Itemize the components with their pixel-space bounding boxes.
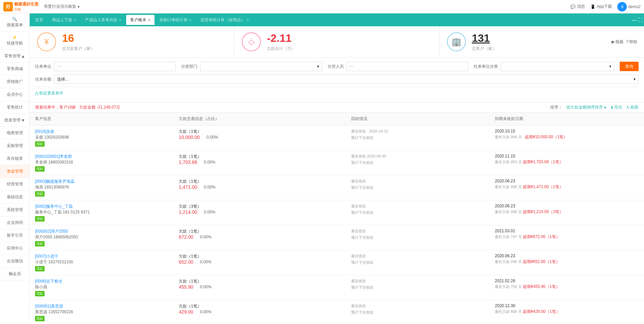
customer-name[interactable]: [000002]用户2050 — [35, 229, 179, 234]
refresh-button[interactable]: ↻ 刷新 — [626, 105, 639, 110]
tab-product-shelf-close[interactable]: ✕ — [74, 18, 76, 22]
manager-input[interactable]: ··· — [346, 62, 468, 71]
sidebar-search[interactable]: 🔍 搜索菜单 — [0, 13, 29, 32]
sidebar-item-ecommerce[interactable]: 电商管理 — [0, 127, 29, 140]
maximize-icon[interactable]: ⛶ — [638, 17, 643, 23]
customer-info-col: [0003]畅捷服务尹海蕊 海燕 18513066976 现款 — [35, 179, 179, 197]
sidebar-item-quick-nav[interactable]: ⚡ 快捷导航 — [0, 32, 29, 50]
recovery-col: 最近收款 预计下次收款 — [351, 254, 495, 265]
due-overdue-amount[interactable]: 超期¥652.00（1笔） — [523, 259, 560, 264]
sidebar-item-member[interactable]: 会员中心 — [0, 88, 29, 101]
dept-select[interactable]: ▾ — [200, 62, 322, 71]
due-date: 2020.06.23 — [495, 254, 639, 258]
sort-chevron-icon: ▾ — [604, 105, 606, 110]
sidebar-item-retail-mall[interactable]: 零售商城 — [0, 63, 29, 76]
collapse-btn[interactable]: ⋀ 收起更多条件 — [35, 88, 639, 98]
tab-purchase-stats-close[interactable]: ✕ — [246, 18, 249, 22]
message-btn[interactable]: 💬 消息 — [570, 4, 585, 9]
video-btn[interactable]: ▶ 视频 — [612, 39, 623, 45]
unit-category-select[interactable]: ▾ — [501, 62, 614, 71]
due-date: 2020.06.23 — [495, 204, 639, 208]
user-area[interactable]: d demo2 — [617, 2, 641, 11]
due-col: 2021.02.26 最长欠款 750 天 超期¥455.90（1笔） — [495, 278, 639, 290]
due-overdue-amount[interactable]: 超期¥1,471.00（1笔） — [523, 184, 563, 189]
due-overdue-amount[interactable]: 超期¥10,000.00（1笔） — [525, 135, 568, 139]
minimize-icon[interactable]: — — [632, 17, 637, 23]
customer-name[interactable]: [0001020001]李老师 — [35, 154, 179, 159]
sidebar-item-enterprise-wx[interactable]: 企业微信 — [0, 255, 29, 268]
due-overdue-amount[interactable]: 超期¥672.00（1笔） — [523, 234, 560, 239]
customer-name[interactable]: [0007]小进干 — [35, 254, 179, 259]
customer-name[interactable]: [000001]黄思源 — [35, 303, 179, 309]
debt-col: 欠款（3笔） 1,214.00 0.00% — [179, 204, 351, 215]
due-overdue-amount[interactable]: 超期¥429.00（1笔） — [523, 309, 560, 314]
customer-phone: 陈小鼎 — [35, 284, 179, 290]
sidebar-item-free-member[interactable]: 畅会员 — [0, 268, 29, 281]
unit-cat-chevron-icon: ▾ — [609, 64, 611, 69]
tab-purchase-order-close[interactable]: ✕ — [189, 18, 192, 22]
sidebar-item-inventory[interactable]: 库存核算 — [0, 152, 29, 165]
from-unit-input[interactable]: ··· — [54, 62, 176, 71]
export-button[interactable]: ⬆ 导出 — [610, 105, 622, 110]
table-row: [000001]黄思源 黄思源 13552700226 现款 欠款（1笔） 42… — [30, 300, 644, 324]
recovery-next: 预计下次收款 — [351, 160, 495, 165]
customer-phone: 服务中心_丁磊 181 0125 8371 — [35, 209, 179, 215]
logo-subtext: 示版 — [14, 7, 38, 12]
overdue-customers-label: 总欠款客户（家） — [62, 46, 94, 52]
sidebar-item-new-guide[interactable]: 新手引导 — [0, 229, 29, 242]
tab-purchase-order[interactable]: 采购订单统计表 ✕ — [155, 15, 196, 25]
sidebar-item-enterprise[interactable]: 企业协同 — [0, 216, 29, 229]
balance-select[interactable]: 选择... ▾ — [54, 75, 639, 84]
sidebar-item-system[interactable]: 系统管理 — [0, 204, 29, 216]
recovery-col: 最近收款 2020-06-30 预计下次收款 — [351, 154, 495, 165]
due-overdue-amount[interactable]: 超期¥1,214.00（3笔） — [523, 209, 563, 214]
tab-purchase-stats-label: 进货单统计表（按商品） — [200, 17, 245, 23]
overdue-customers-icon: ¥ — [36, 32, 57, 52]
tab-home[interactable]: 首页 — [31, 15, 47, 25]
tab-product-shelf[interactable]: 商品上下架 ✕ — [48, 15, 80, 25]
debt-col: 欠款（1笔） 1,471.00 0.00% — [179, 179, 351, 190]
query-button[interactable]: 查询 — [620, 62, 639, 71]
due-overdue-info: 最长欠款 884 天 超期¥10,000.00（1笔） — [495, 134, 639, 140]
customer-name[interactable]: [0002]服务中心_丁磊 — [35, 204, 179, 209]
customer-name[interactable]: [0016]吴俊 — [35, 129, 179, 135]
top-bar: 好 畅捷通好生意 示版 母婴行业演示账套 ▾ 💬 消息 📱 App下载 d de… — [0, 0, 644, 13]
tab-purchase-stats[interactable]: 进货单统计表（按商品） ✕ — [196, 15, 253, 25]
company-selector[interactable]: 母婴行业演示账套 ▾ — [41, 4, 82, 9]
tab-product-shelf-label: 商品上下架 — [52, 17, 72, 23]
customer-name[interactable]: [0003]畅捷服务尹海蕊 — [35, 179, 179, 184]
tab-product-history[interactable]: 产成品入库单历史 ✕ — [81, 15, 125, 25]
tab-product-history-close[interactable]: ✕ — [119, 18, 121, 22]
result-debt-value: -21,148.07元 — [97, 105, 120, 110]
sidebar-item-purchase[interactable]: 采购管理 — [0, 140, 29, 152]
top-bar-left: 好 畅捷通好生意 示版 母婴行业演示账套 ▾ — [3, 1, 82, 12]
due-overdue-amount[interactable]: 超期¥455.90（1笔） — [523, 284, 560, 289]
sidebar-item-business[interactable]: 经营管理 — [0, 178, 29, 191]
sidebar-item-app-center[interactable]: 应用中心 — [0, 242, 29, 255]
customer-name[interactable]: [0006]去下粮仓 — [35, 278, 179, 284]
filter-from-unit: 往来单位 ··· — [35, 62, 176, 71]
refresh-label: 刷新 — [631, 105, 639, 110]
debt-count: 欠款（1笔） — [179, 278, 351, 284]
sidebar-item-basic-info[interactable]: 基础信息 — [0, 191, 29, 204]
recovery-col: 最近收款 预计下次收款 — [351, 204, 495, 215]
help-btn[interactable]: ? 帮助 — [626, 39, 637, 45]
sidebar-item-retail-stats[interactable]: 零售统计 — [0, 101, 29, 114]
sort-select[interactable]: 按欠款金额倒序排序 ▾ — [566, 105, 606, 110]
tab-customer-account-close[interactable]: ✕ — [148, 18, 150, 22]
avatar: d — [617, 2, 627, 11]
filter-dept: 分管部门 ▾ — [181, 62, 322, 71]
tab-customer-account[interactable]: 客户账本 ✕ — [126, 15, 155, 25]
sidebar-item-retail-mgmt[interactable]: 零售管理 ▲ — [0, 50, 29, 63]
app-download-btn[interactable]: 📱 App下载 — [590, 4, 612, 9]
customer-phone: 用户2050 18665062050 — [35, 234, 179, 240]
balance-label: 往来余额 — [35, 77, 51, 82]
due-overdue-amount[interactable]: 超期¥1,703.68（1笔） — [523, 159, 563, 164]
sidebar-item-batch-mgmt[interactable]: 批发管理 ▼ — [0, 114, 29, 127]
company-name: 母婴行业演示账套 — [44, 4, 76, 9]
debt-percent: 0.00% — [200, 235, 212, 239]
page-content: ¥ 16 总欠款客户（家） ◇ -2.11 欠款合计（万） — [30, 26, 644, 324]
sidebar-item-marketing[interactable]: 营销推广 — [0, 76, 29, 88]
sidebar-item-finance[interactable]: 资金管理 — [0, 165, 29, 178]
customer-info-col: [0016]吴俊 吴俊 13026203696 现款 — [35, 129, 179, 147]
